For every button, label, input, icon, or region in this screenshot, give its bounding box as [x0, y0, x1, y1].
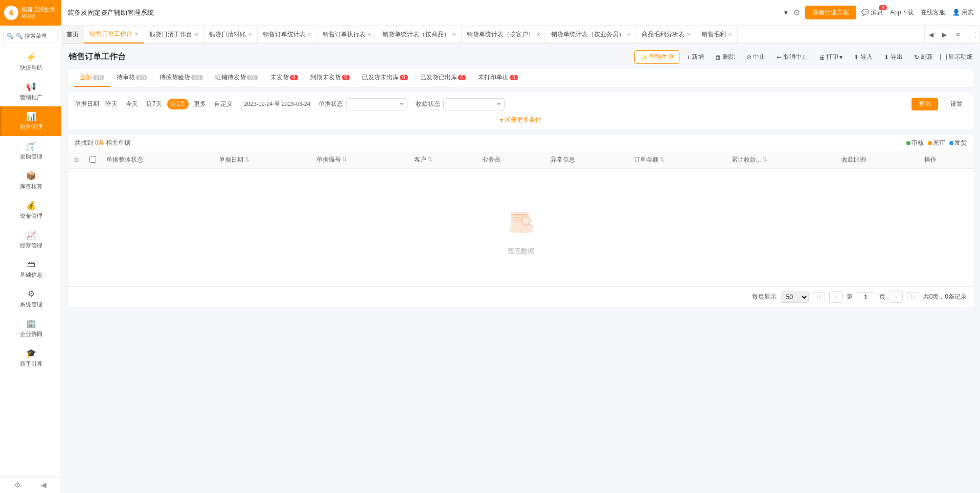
subtab-label: 到期未发货 — [310, 74, 341, 81]
subtab-shipped-out[interactable]: 已发货已出库0 — [414, 69, 472, 87]
date-opt-yesterday[interactable]: 昨天 — [102, 99, 121, 109]
tab-cash-reconcile[interactable]: 钱货日清对账 ✕ — [204, 26, 258, 43]
sidebar-item-label: 企业协同 — [20, 330, 42, 338]
delete-button[interactable]: 🗑 删除 — [711, 51, 739, 63]
subtab-overdue-not-shipped[interactable]: 到期未发货0 — [304, 69, 356, 87]
tab-close-icon[interactable]: ✕ — [134, 31, 139, 37]
sidebar-item-purchase[interactable]: 🛒 采购管理 — [0, 136, 61, 166]
status-select[interactable] — [346, 98, 407, 110]
online-service-link[interactable]: 在线客服 — [921, 8, 945, 17]
revoke-dot — [928, 141, 932, 145]
cancel-stop-button[interactable]: ↩ 取消中止 — [772, 51, 812, 63]
select-all-checkbox[interactable] — [89, 156, 96, 163]
last-page-button[interactable]: ⟩⟩ — [907, 292, 919, 302]
tab-sales-sum-staff[interactable]: 销货单统计表（按业务员） ✕ — [546, 26, 636, 43]
add-button[interactable]: + 新增 — [682, 51, 708, 63]
topbar-gear-icon[interactable]: ⚙ — [793, 8, 800, 17]
subtab-not-shipped[interactable]: 未发货0 — [264, 69, 304, 87]
notification-area[interactable]: 💬 消息 6 — [861, 8, 883, 17]
tab-scroll-right-button[interactable]: ▶ — [938, 26, 951, 43]
tab-close-icon[interactable]: ✕ — [308, 32, 312, 37]
tab-close-icon[interactable]: ✕ — [248, 32, 252, 37]
tab-cash-daily[interactable]: 钱货日清工作台 ✕ — [144, 26, 204, 43]
tab-label: 钱货日清对账 — [209, 30, 246, 39]
smart-gen-button[interactable]: ✨ 智能生单 — [634, 50, 679, 64]
th-checkbox[interactable] — [84, 151, 101, 169]
tab-home[interactable]: 首页 — [61, 26, 84, 43]
subtab-all[interactable]: 全部(0) — [74, 69, 110, 87]
sidebar-item-sales[interactable]: 📊 销售管理 — [0, 106, 61, 136]
tab-close-icon[interactable]: ✕ — [368, 32, 372, 37]
payment-select[interactable] — [443, 98, 505, 110]
subtab-not-printed[interactable]: 未打印单据0 — [472, 69, 524, 87]
export-button[interactable]: ⬇ 导出 — [880, 51, 907, 63]
tab-sales-stat[interactable]: 销售订单统计表 ✕ — [258, 26, 317, 43]
search-menu-button[interactable]: 🔍 🔍 搜索菜单 — [3, 30, 58, 42]
print-button[interactable]: 🖨 打印 ▾ — [815, 51, 847, 63]
tab-close-icon[interactable]: ✕ — [687, 32, 691, 37]
sidebar-item-inventory[interactable]: 📦 库存核算 — [0, 166, 61, 195]
tab-sales-exec[interactable]: 销售订单执行表 ✕ — [317, 26, 377, 43]
approve-button[interactable]: 审核 — [906, 139, 924, 147]
th-date[interactable]: 单据日期⇅ — [214, 151, 311, 169]
export-icon: ⬇ — [884, 54, 889, 61]
sidebar-item-quick-nav[interactable]: ⚡ 快捷导航 — [0, 47, 61, 77]
sidebar-item-newbie[interactable]: 🎓 新手引导 — [0, 343, 61, 373]
ship-button[interactable]: 发货 — [949, 139, 967, 147]
tab-close-icon[interactable]: ✕ — [194, 32, 198, 37]
tab-close-icon[interactable]: ✕ — [536, 32, 540, 37]
first-page-button[interactable]: ⟨⟨ — [813, 292, 825, 302]
industry-solution-button[interactable]: 体验行业方案 — [805, 6, 856, 19]
tab-product-margin[interactable]: 商品毛利分析表 ✕ — [636, 26, 696, 43]
user-menu[interactable]: 👤 用友 — [952, 8, 974, 17]
prev-page-button[interactable]: ＜ — [829, 291, 842, 303]
import-button[interactable]: ⬆ 导入 — [850, 51, 877, 63]
subtab-pending-inspect[interactable]: 待拣货验货(0) — [153, 69, 209, 87]
date-opt-month[interactable]: 近1月 — [167, 99, 189, 109]
tab-sales-profit[interactable]: 销售毛利 ✕ — [696, 26, 738, 43]
tab-scroll-left-button[interactable]: ◀ — [925, 26, 938, 43]
stop-button[interactable]: ⊘ 中止 — [742, 51, 769, 63]
subtab-shipped-not-out[interactable]: 已发货未出库0 — [356, 69, 414, 87]
table-right-actions: 审核 充审 发货 — [906, 139, 967, 147]
settings-bottom-button[interactable]: ⚙ — [14, 481, 21, 489]
query-button[interactable]: 查询 — [911, 98, 938, 110]
th-cumulative[interactable]: 累计收款...⇅ — [726, 151, 836, 169]
app-download-link[interactable]: App下载 — [890, 8, 913, 17]
tab-close-icon[interactable]: ✕ — [728, 32, 732, 37]
tab-close-icon[interactable]: ✕ — [627, 32, 631, 37]
next-page-button[interactable]: ＞ — [890, 291, 903, 303]
revoke-button[interactable]: 充审 — [928, 139, 945, 147]
sidebar-item-operation[interactable]: 📈 经营管理 — [0, 225, 61, 255]
tab-sales-sum-product[interactable]: 销货单统计表（按商品） ✕ — [377, 26, 462, 43]
show-detail-checkbox[interactable] — [940, 54, 947, 60]
page-size-select[interactable]: 10 20 50 100 — [781, 292, 809, 303]
tab-sales-order-workbench[interactable]: 销售订单工作台 ✕ — [84, 26, 144, 43]
th-amount[interactable]: 订单金额⇅ — [629, 151, 726, 169]
date-opt-today[interactable]: 今天 — [123, 99, 141, 109]
tab-sales-sum-customer[interactable]: 销货单统计表（按客户） ✕ — [462, 26, 546, 43]
settings-filter-button[interactable]: 设置 — [946, 98, 967, 110]
date-opt-more[interactable]: 更多 — [191, 99, 209, 109]
sidebar-item-base-info[interactable]: 🗃 基础信息 — [0, 255, 61, 284]
expand-filter-button[interactable]: ▾ 展开更多条件 — [500, 116, 541, 124]
th-customer[interactable]: 客户⇅ — [409, 151, 477, 169]
page-input[interactable] — [857, 292, 875, 302]
th-settings[interactable]: ⚙ — [69, 151, 84, 169]
sidebar-item-marketing[interactable]: 📢 营销推广 — [0, 77, 61, 106]
date-opt-custom[interactable]: 自定义 — [211, 99, 236, 109]
tab-close-all-button[interactable]: ✕ — [951, 26, 965, 43]
tab-close-icon[interactable]: ✕ — [452, 32, 456, 37]
subtab-wangpu[interactable]: 旺铺待发货(0) — [209, 69, 264, 87]
date-opt-last7[interactable]: 近7天 — [143, 99, 165, 109]
system-dropdown-button[interactable]: ▾ — [784, 9, 788, 16]
sidebar-item-finance[interactable]: 💰 资金管理 — [0, 195, 61, 225]
sidebar-item-enterprise[interactable]: 🏢 企业协同 — [0, 313, 61, 343]
tab-expand-button[interactable]: ⛶ — [965, 26, 980, 43]
collapse-sidebar-button[interactable]: ◀ — [41, 481, 47, 489]
th-number[interactable]: 单据编号⇅ — [311, 151, 409, 169]
subtab-pending-review[interactable]: 待审核(0) — [110, 69, 153, 87]
refresh-button[interactable]: ↻ 刷新 — [910, 51, 937, 63]
show-detail-checkbox-area[interactable]: 显示明细 — [940, 53, 973, 61]
sidebar-item-system[interactable]: ⚙ 系统管理 — [0, 284, 61, 313]
